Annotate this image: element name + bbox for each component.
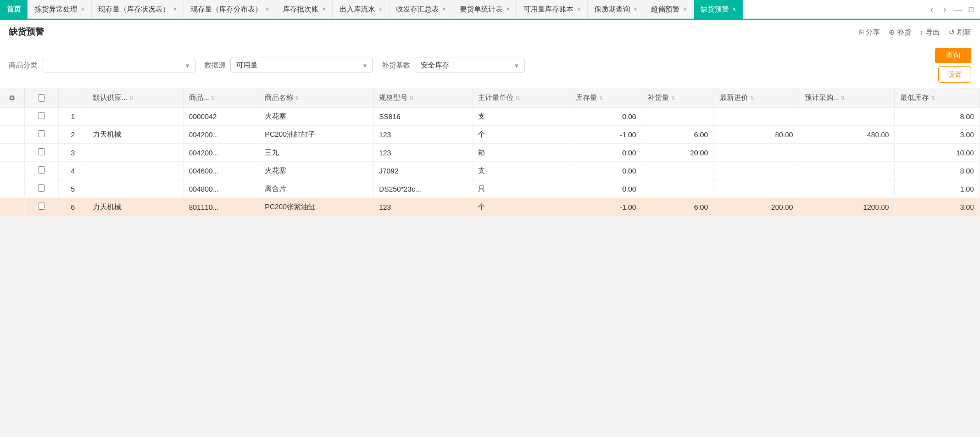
table-row: 1 0000042 火花塞 SS816 支 0.00 8.00 (0, 108, 980, 126)
tab-available-ledger[interactable]: 可用量库存账本 × (517, 0, 588, 19)
cell-gear-3[interactable] (0, 162, 24, 180)
tab-inventory-dist[interactable]: 现存量（库存分布表） × (184, 0, 276, 19)
tab-batch-account[interactable]: 库存批次账 × (276, 0, 333, 19)
tab-prev-button[interactable]: ‹ (925, 3, 938, 16)
share-icon: ⎘ (859, 28, 864, 36)
cell-stock-qty-3: 0.00 (570, 162, 642, 180)
export-button[interactable]: ↑ 导出 (920, 27, 940, 37)
th-default-supplier[interactable]: 默认供应... ⇅ (87, 88, 183, 108)
th-gear[interactable]: ⚙ (0, 88, 24, 108)
replenish-button[interactable]: ⊕ 补货 (889, 27, 911, 37)
cell-latest-price-3 (714, 162, 799, 180)
replenish-basis-select[interactable]: 安全库存 ▾ (415, 58, 525, 73)
cell-spec-model-5: 123 (373, 198, 472, 216)
cell-gear-1[interactable] (0, 126, 24, 144)
share-button[interactable]: ⎘ 分享 (859, 27, 880, 37)
row-checkbox-4[interactable] (38, 184, 45, 192)
th-unit[interactable]: 主计量单位 ⇅ (472, 88, 570, 108)
category-select[interactable]: ▾ (42, 59, 196, 72)
tab-batch-account-close[interactable]: × (322, 5, 326, 13)
cell-spec-model-1: 123 (373, 126, 472, 144)
tab-inout-flow[interactable]: 出入库流水 × (333, 0, 389, 19)
replenish-basis-filter-group: 补货基数 安全库存 ▾ (382, 58, 525, 73)
cell-gear-4[interactable] (0, 180, 24, 198)
tab-collect-store[interactable]: 收发存汇总表 × (389, 0, 453, 19)
row-checkbox-1[interactable] (38, 130, 45, 137)
cell-checkbox-0[interactable] (24, 108, 59, 126)
tab-next-button[interactable]: › (938, 3, 951, 16)
cell-unit-0: 支 (472, 108, 570, 126)
cell-product-name-4: 离合片 (259, 180, 374, 198)
row-checkbox-2[interactable] (38, 148, 45, 155)
cell-checkbox-4[interactable] (24, 180, 59, 198)
tab-inventory-dist-close[interactable]: × (265, 5, 269, 13)
tab-overstock-warning-close[interactable]: × (683, 5, 687, 13)
cell-checkbox-2[interactable] (24, 144, 59, 162)
refresh-label: 刷新 (957, 27, 971, 37)
cell-gear-5[interactable] (0, 198, 24, 216)
th-product-code[interactable]: 商品... ⇅ (183, 88, 259, 108)
query-button[interactable]: 查询 (935, 48, 971, 63)
tab-nav-buttons: ‹ › — □ (923, 3, 980, 16)
tab-defect-handling-close[interactable]: × (81, 5, 85, 13)
category-chevron-icon: ▾ (186, 61, 190, 70)
tab-overstock-warning[interactable]: 超储预警 × (644, 0, 694, 19)
cell-supplier-3 (87, 162, 183, 180)
cell-latest-price-0 (714, 108, 799, 126)
row-checkbox-0[interactable] (38, 112, 45, 119)
select-all-checkbox[interactable] (38, 94, 45, 102)
tab-demand-stats-close[interactable]: × (506, 5, 510, 13)
row-checkbox-5[interactable] (38, 203, 45, 210)
export-icon: ↑ (920, 28, 924, 36)
category-filter-label: 商品分类 (9, 60, 37, 70)
table-row: 2 力天机械 004200... PC200油缸缸子 123 个 -1.00 6… (0, 126, 980, 144)
tab-inout-flow-close[interactable]: × (378, 5, 382, 13)
tab-home[interactable]: 首页 (0, 0, 28, 19)
filter-bar: 商品分类 ▾ 数据源 可用量 ▾ 补货基数 安全库存 ▾ 查询 设置 (0, 42, 980, 88)
datasource-select[interactable]: 可用量 ▾ (230, 58, 373, 73)
th-replenish-qty[interactable]: 补货量 ⇅ (642, 88, 714, 108)
th-min-stock[interactable]: 最低库存 ⇅ (895, 88, 980, 108)
th-product-name[interactable]: 商品名称 ⇅ (259, 88, 374, 108)
th-spec-model[interactable]: 规格型号 ⇅ (373, 88, 472, 108)
cell-unit-3: 支 (472, 162, 570, 180)
cell-replenish-qty-0 (642, 108, 714, 126)
tab-overstock-warning-label: 超储预警 (651, 4, 680, 14)
cell-replenish-qty-3 (642, 162, 714, 180)
th-est-purchase[interactable]: 预计采购... ⇅ (799, 88, 895, 108)
tab-defect-handling[interactable]: 拣货异常处理 × (28, 0, 92, 19)
tab-demand-stats-label: 要货单统计表 (460, 4, 503, 14)
cell-checkbox-3[interactable] (24, 162, 59, 180)
datasource-chevron-icon: ▾ (363, 61, 367, 70)
tab-expiry-query[interactable]: 保质期查询 × (588, 0, 644, 19)
cell-checkbox-5[interactable] (24, 198, 59, 216)
cell-gear-2[interactable] (0, 144, 24, 162)
th-latest-price[interactable]: 最新进价 ⇅ (714, 88, 799, 108)
cell-product-code-1: 004200... (183, 126, 259, 144)
tab-collect-store-close[interactable]: × (442, 5, 446, 13)
tab-available-ledger-close[interactable]: × (577, 5, 581, 13)
settings-button[interactable]: 设置 (938, 66, 971, 83)
tab-shortage-warning-close[interactable]: × (732, 5, 736, 13)
tab-inventory-status-close[interactable]: × (173, 5, 177, 13)
refresh-button[interactable]: ↺ 刷新 (949, 27, 971, 37)
cell-gear-0[interactable] (0, 108, 24, 126)
sort-icon-replenish-qty: ⇅ (671, 95, 675, 101)
row-checkbox-3[interactable] (38, 166, 45, 173)
tab-minimize-button[interactable]: — (951, 3, 965, 16)
tab-shortage-warning[interactable]: 缺货预警 × (694, 0, 743, 19)
tab-expiry-query-close[interactable]: × (633, 5, 637, 13)
tab-maximize-button[interactable]: □ (965, 3, 978, 16)
tab-demand-stats[interactable]: 要货单统计表 × (453, 0, 517, 19)
th-latest-price-label: 最新进价 (720, 93, 748, 103)
cell-seq-2: 3 (59, 144, 87, 162)
th-stock-qty[interactable]: 库存量 ⇅ (570, 88, 642, 108)
cell-stock-qty-0: 0.00 (570, 108, 642, 126)
replenish-label: 补货 (897, 27, 911, 37)
cell-unit-4: 只 (472, 180, 570, 198)
th-unit-label: 主计量单位 (478, 93, 514, 103)
th-product-code-label: 商品... (189, 93, 209, 103)
sort-icon-unit: ⇅ (515, 95, 520, 101)
tab-inventory-status[interactable]: 现存量（库存状况表） × (92, 0, 184, 19)
cell-checkbox-1[interactable] (24, 126, 59, 144)
